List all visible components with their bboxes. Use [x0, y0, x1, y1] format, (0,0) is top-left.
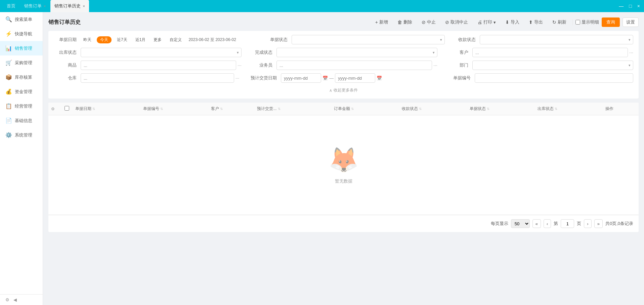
customer-dots-button[interactable]: ···: [629, 50, 633, 55]
export-button[interactable]: ⬆ 导出: [525, 18, 546, 27]
tab-home[interactable]: 首页: [3, 0, 19, 12]
warehouse-input[interactable]: [81, 73, 234, 83]
date-option-1month[interactable]: 近1月: [133, 36, 148, 43]
sort-ship-button[interactable]: 出库状态 ⇅: [538, 106, 557, 111]
sort-amount-button[interactable]: 订单金额 ⇅: [334, 106, 354, 111]
next-page-button[interactable]: ›: [584, 219, 591, 228]
sort-customer-button[interactable]: 客户 ⇅: [211, 106, 223, 111]
operations-icon: 📋: [5, 103, 12, 109]
payment-status-label: 收款状态: [453, 37, 480, 43]
complete-status-select-wrapper: ▾: [276, 48, 437, 57]
tab-sales-order-history-close[interactable]: ×: [83, 4, 85, 8]
sidebar-item-finance[interactable]: 💰 资金管理: [0, 84, 43, 99]
salesperson-input[interactable]: [276, 61, 432, 70]
sidebar-item-operations[interactable]: 📋 经营管理: [0, 99, 43, 113]
stop-button[interactable]: ⊘ 中止: [418, 18, 439, 27]
sort-date-icon: ⇅: [92, 107, 95, 111]
tab-sales-order-history[interactable]: 销售订单历史 ×: [50, 0, 89, 12]
sidebar-collapse-icon[interactable]: ◀: [13, 297, 17, 302]
page-size-select[interactable]: 50 10 20 100: [511, 219, 530, 228]
sidebar-bottom: ⚙ ◀: [0, 294, 43, 305]
date-option-more[interactable]: 更多: [151, 36, 164, 43]
complete-status-select[interactable]: [276, 48, 437, 57]
sidebar-item-inventory[interactable]: 📦 库存核算: [0, 70, 43, 84]
sort-payment-button[interactable]: 收款状态 ⇅: [402, 106, 422, 111]
sort-delivery-button[interactable]: 预计交货... ⇅: [257, 106, 280, 111]
empty-state-text: 暂无数据: [335, 178, 352, 184]
collapse-row[interactable]: ∧ 收起更多条件: [54, 86, 633, 94]
tab-sales-order-close[interactable]: ×: [44, 4, 46, 8]
department-select[interactable]: [472, 61, 633, 70]
delivery-date-start-input[interactable]: [281, 73, 321, 83]
sidebar-settings-icon[interactable]: ⚙: [5, 297, 9, 302]
import-button[interactable]: ⬇ 导入: [502, 18, 523, 27]
table-header-row: ⚙ 单据日期 ⇅ 单据编号: [48, 103, 639, 115]
table-settings-button[interactable]: ⚙: [51, 107, 55, 111]
refresh-button[interactable]: ↻ 刷新: [549, 18, 570, 27]
customer-input[interactable]: [472, 48, 628, 57]
first-page-button[interactable]: «: [532, 219, 541, 228]
customer-input-wrapper: ···: [472, 48, 633, 57]
delivery-date-cal-start[interactable]: 📅: [323, 76, 328, 81]
finance-icon: 💰: [5, 88, 12, 95]
empty-state-row: 🦊 暂无数据: [48, 115, 639, 215]
new-button[interactable]: + 新增: [372, 18, 391, 27]
settings-button[interactable]: 设置: [622, 17, 639, 27]
page-header: 销售订单历史 + 新增 🗑 删除 ⊘ 中止 ⊘ 取消中止: [48, 17, 639, 27]
sort-number-button[interactable]: 单据编号 ⇅: [143, 106, 163, 111]
sort-date-button[interactable]: 单据日期 ⇅: [75, 106, 95, 111]
date-option-custom[interactable]: 自定义: [167, 36, 184, 43]
sidebar-item-system-mgmt[interactable]: ⚙️ 系统管理: [0, 128, 43, 142]
th-actions: 操作: [603, 103, 639, 115]
delete-button[interactable]: 🗑 删除: [394, 18, 416, 27]
sort-order-status-button[interactable]: 单据状态 ⇅: [470, 106, 489, 111]
sort-number-icon: ⇅: [160, 107, 163, 111]
product-dots-button[interactable]: ···: [238, 63, 242, 68]
sidebar-item-search-menu[interactable]: 🔍 搜索菜单: [0, 12, 43, 27]
product-input[interactable]: [81, 61, 236, 70]
date-option-7days[interactable]: 近7天: [114, 36, 130, 43]
salesperson-dots-button[interactable]: ···: [433, 63, 437, 68]
minimize-button[interactable]: —: [617, 2, 625, 10]
th-customer-label: 客户: [211, 106, 219, 111]
query-button[interactable]: 查询: [602, 17, 620, 27]
date-option-yesterday[interactable]: 昨天: [81, 36, 94, 43]
order-status-select[interactable]: [292, 35, 445, 44]
sidebar-item-inventory-label: 库存核算: [15, 74, 32, 80]
delete-label: 删除: [403, 19, 412, 25]
sort-order-status-icon: ⇅: [487, 107, 489, 111]
date-filter: 昨天 今天 近7天 近1月 更多 自定义: [81, 36, 184, 43]
product-input-wrapper: ···: [81, 61, 242, 70]
next-page-icon: ›: [587, 221, 588, 226]
new-label: 新增: [379, 19, 388, 25]
print-button[interactable]: 🖨 打印 ▾: [474, 18, 499, 27]
ship-status-select[interactable]: [81, 48, 242, 57]
prev-page-button[interactable]: ‹: [544, 219, 551, 228]
delivery-date-end-input[interactable]: [335, 73, 375, 83]
delivery-date-cal-end[interactable]: 📅: [377, 76, 382, 81]
maximize-button[interactable]: □: [628, 2, 633, 10]
tab-sales-order[interactable]: 销售订单 ×: [20, 0, 50, 12]
collapse-up-icon: ∧: [329, 88, 332, 93]
th-amount: 订单金额 ⇅: [331, 103, 399, 115]
cancel-stop-button[interactable]: ⊘ 取消中止: [442, 18, 471, 27]
sidebar-item-quick-nav[interactable]: ⚡ 快捷导航: [0, 27, 43, 41]
window-close-button[interactable]: ×: [636, 2, 641, 10]
display-cols-checkbox[interactable]: [575, 20, 580, 25]
empty-state-cell: 🦊 暂无数据: [48, 115, 639, 215]
sidebar-item-sales-mgmt[interactable]: 📊 销售管理: [0, 41, 43, 55]
select-all-checkbox[interactable]: [65, 106, 69, 111]
date-option-today[interactable]: 今天: [97, 36, 112, 43]
sidebar-item-purchase-mgmt-label: 采购管理: [15, 60, 32, 66]
order-number-input[interactable]: [475, 73, 633, 83]
sidebar-item-purchase-mgmt[interactable]: 🛒 采购管理: [0, 55, 43, 70]
empty-state: 🦊 暂无数据: [51, 119, 636, 211]
display-cols-label: 显示明细: [582, 19, 599, 25]
sidebar-item-basic-info[interactable]: 📄 基础信息: [0, 113, 43, 128]
display-cols-checkbox-label[interactable]: 显示明细: [575, 19, 599, 25]
payment-status-select[interactable]: [480, 35, 633, 44]
query-label: 查询: [606, 19, 615, 25]
last-page-button[interactable]: »: [594, 219, 603, 228]
page-number-input[interactable]: [561, 219, 574, 228]
warehouse-dots-button[interactable]: ···: [235, 75, 240, 81]
